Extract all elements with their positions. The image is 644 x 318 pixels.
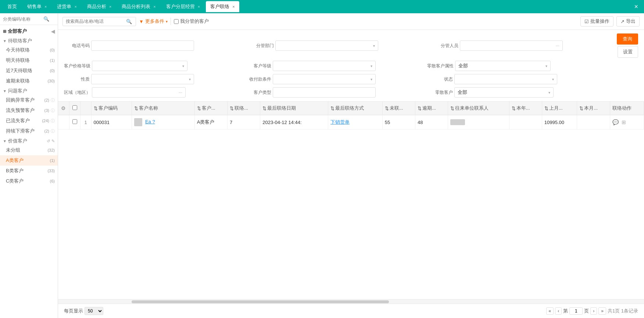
last-method-sort[interactable]: ⇅	[330, 106, 334, 111]
th-code: ⇅ 客户编码	[91, 102, 132, 115]
batch-op-button[interactable]: ☑ 批量操作	[580, 16, 613, 26]
last-page-btn[interactable]: »	[598, 307, 606, 315]
type-col-sort[interactable]: ⇅	[197, 106, 201, 111]
table-row: 1 000031 Ea ? A类客户 7 2023-04-12 14:44: 下…	[58, 115, 644, 130]
no-contact-sort[interactable]: ⇅	[385, 106, 389, 111]
gear-button[interactable]: ⚙	[60, 105, 67, 112]
filter-person: 分管人员 ···	[433, 40, 614, 51]
name-col-sort[interactable]: ⇅	[134, 106, 138, 111]
nav-tab-sales[interactable]: 销售单 ×	[23, 1, 51, 12]
sidebar-item-churned[interactable]: 已流失客户 (24) ⓘ	[0, 116, 58, 126]
data-table: ⚙ ⇅ 客户编码	[58, 102, 644, 130]
customer-name-text[interactable]: Ea ?	[145, 119, 155, 124]
sidebar-item-7days[interactable]: 近7天待联络(0)	[0, 66, 58, 76]
sidebar-search-container: 🔍	[0, 13, 58, 25]
unit-contact-sort[interactable]: ⇅	[450, 106, 454, 111]
dept-select[interactable]: ▾	[275, 40, 378, 51]
page-size-select[interactable]: 20 50 100 200	[85, 307, 103, 315]
close-analysis-tab[interactable]: ×	[109, 4, 111, 9]
sidebar-item-declining[interactable]: 持续下滑客户 (2) ⓘ	[0, 126, 58, 136]
next-page-btn[interactable]: ›	[590, 307, 597, 315]
contact-col-sort[interactable]: ⇅	[230, 106, 234, 111]
sidebar-search-input[interactable]	[3, 17, 43, 22]
sidebar-item-tomorrow[interactable]: 明天待联络(1)	[0, 55, 58, 66]
nav-tab-analysis-list[interactable]: 商品分析列表 ×	[117, 1, 160, 12]
problem-customer-group[interactable]: ▼ 问题客户	[0, 86, 58, 95]
overdue-sort[interactable]: ⇅	[418, 106, 422, 111]
nav-tab-purchase[interactable]: 进货单 ×	[53, 1, 81, 12]
sidebar-item-c-class[interactable]: C类客户(6)	[0, 176, 58, 186]
phone-input[interactable]	[91, 40, 194, 51]
td-overdue: 48	[415, 115, 448, 130]
td-name: Ea ?	[132, 115, 194, 130]
td-last-month: 10995.00	[542, 115, 577, 130]
customer-level-select[interactable]: ▾	[273, 61, 376, 71]
select-all-checkbox[interactable]	[72, 105, 77, 110]
retail-customer-select[interactable]: 全部 ▾	[454, 87, 554, 98]
th-type: ⇅ 客户...	[194, 102, 227, 115]
close-purchase-tab[interactable]: ×	[74, 4, 76, 9]
this-month-sort[interactable]: ⇅	[579, 106, 583, 111]
sidebar-search-icon[interactable]: 🔍	[43, 16, 49, 22]
info-icon-3: ⓘ	[51, 118, 55, 124]
sidebar-item-repurchase-abnormal[interactable]: 回购异常客户 (2) ⓘ	[0, 95, 58, 105]
my-customers-check[interactable]	[174, 19, 179, 24]
main-search-input[interactable]	[66, 19, 125, 24]
status-select[interactable]: ▾	[454, 74, 557, 84]
edit-icon[interactable]: ✎	[51, 139, 55, 144]
my-customers-checkbox[interactable]: 我分管的客户	[174, 18, 209, 25]
nav-home[interactable]: 首页	[3, 1, 21, 12]
scrollbar-thumb[interactable]	[132, 300, 389, 303]
qr-action-icon[interactable]: ⊞	[622, 119, 626, 125]
close-sales-tab[interactable]: ×	[44, 4, 47, 9]
first-page-btn[interactable]: «	[546, 307, 554, 315]
value-customer-group[interactable]: ▼ 价值客户 ↺ ✎	[0, 136, 58, 145]
price-level-select[interactable]: ▾	[92, 61, 187, 71]
code-col-sort[interactable]: ⇅	[94, 106, 98, 111]
nature-select[interactable]: ▾	[91, 74, 194, 84]
sidebar-item-b-class[interactable]: B类客户(33)	[0, 166, 58, 176]
sidebar-item-today[interactable]: 今天待联络(0)	[0, 45, 58, 55]
horizontal-scrollbar[interactable]	[58, 299, 644, 304]
setting-button[interactable]: 设置	[618, 46, 638, 58]
close-contact-tab[interactable]: ×	[232, 4, 235, 9]
close-segment-tab[interactable]: ×	[198, 4, 200, 9]
region-input[interactable]: ···	[92, 87, 186, 98]
th-last-date: ⇅ 最后联络日期	[260, 102, 328, 115]
page-number-input[interactable]	[569, 307, 583, 315]
last-month-sort[interactable]: ⇅	[544, 106, 548, 111]
last-date-sort[interactable]: ⇅	[262, 106, 266, 111]
row-checkbox[interactable]	[72, 119, 77, 124]
sidebar-item-a-class[interactable]: A类客户(1)	[0, 155, 58, 166]
customer-type-input[interactable]	[273, 87, 376, 98]
more-conditions-btn[interactable]: ▼ 更多条件 ▾	[139, 18, 168, 25]
payment-select[interactable]: ▾	[273, 74, 376, 84]
batch-check-icon: ☑	[584, 19, 589, 24]
status-label: 状态	[427, 76, 453, 82]
chat-action-icon[interactable]: 💬	[612, 119, 619, 125]
nav-tab-customer-contact[interactable]: 客户联络 ×	[206, 1, 239, 12]
sidebar-item-unclassified[interactable]: 未分组(32)	[0, 145, 58, 155]
export-button[interactable]: ↗ 导出	[616, 16, 640, 26]
retail-attr-label: 零散客户属性	[427, 63, 454, 69]
all-customers-header[interactable]: ⊞ 全部客户 ◀	[0, 25, 58, 36]
close-all-button[interactable]: ×	[631, 3, 641, 11]
last-method-link[interactable]: 下销货单	[330, 119, 350, 125]
person-input[interactable]: ···	[460, 40, 563, 51]
retail-attr-select[interactable]: 全部 ▾	[455, 61, 551, 71]
sidebar-item-churn-warning[interactable]: 流失预警客户 (3) ⓘ	[0, 105, 58, 116]
prev-page-btn[interactable]: ‹	[555, 307, 562, 315]
td-code: 000031	[91, 115, 132, 130]
collapse-icon[interactable]: ◀	[51, 29, 55, 34]
this-year-sort[interactable]: ⇅	[512, 106, 516, 111]
nav-tab-customer-segment[interactable]: 客户分层经营 ×	[162, 1, 204, 12]
query-button[interactable]: 查询	[617, 33, 638, 45]
main-search-icon[interactable]: 🔍	[126, 19, 132, 24]
nature-chevron: ▾	[189, 77, 191, 81]
pending-contact-group[interactable]: ▼ 待联络客户	[0, 36, 58, 45]
refresh-icon[interactable]: ↺	[47, 139, 50, 144]
customer-level-label: 客户等级	[246, 63, 271, 69]
close-analysis-list-tab[interactable]: ×	[153, 4, 155, 9]
sidebar-item-overdue[interactable]: 逾期未联络(30)	[0, 76, 58, 86]
nav-tab-analysis[interactable]: 商品分析 ×	[83, 1, 116, 12]
